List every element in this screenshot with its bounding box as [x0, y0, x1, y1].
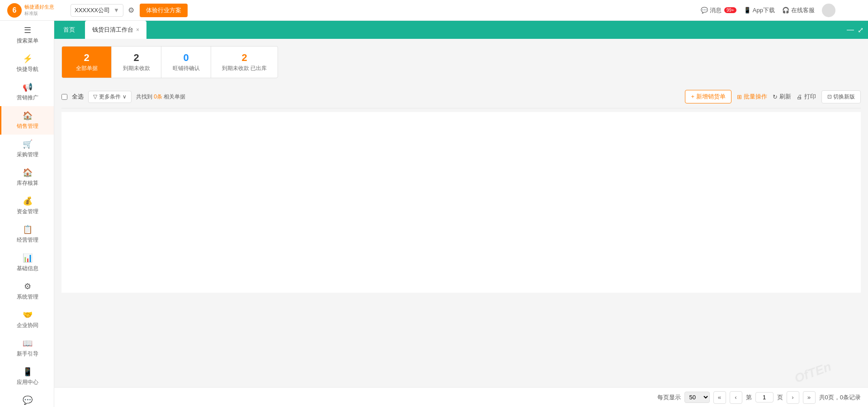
switch-version-btn[interactable]: ⊡ 切换新版 [821, 90, 861, 103]
message-label: 消息 [710, 6, 722, 14]
page-input[interactable] [755, 392, 774, 402]
stat-shipped-label: 到期未收款 已出库 [222, 65, 267, 72]
sidebar-label-finance: 资金管理 [17, 208, 38, 215]
first-page-btn[interactable]: « [713, 391, 726, 404]
filter-label: 更多条件 [99, 93, 121, 101]
print-label: 打印 [804, 93, 816, 101]
sidebar-label-search-menu: 搜索菜单 [17, 37, 38, 45]
sidebar-item-base-info[interactable]: 📊 基础信息 [0, 248, 54, 277]
stat-wangpu[interactable]: 0 旺铺待确认 [161, 47, 211, 78]
logo-area: 6 畅捷通好生意 标准版 [7, 3, 61, 18]
tab-bar-actions: — ⤢ [847, 26, 868, 34]
sidebar-item-finance[interactable]: 💰 资金管理 [0, 192, 54, 220]
toolbar-left: 全选 ▽ 更多条件 ∨ 共找到 0条 相关单据 [61, 91, 185, 103]
top-header: 6 畅捷通好生意 标准版 XXXXXX公司 ▼ ⚙ 体验行业方案 💬 消息 99… [0, 0, 868, 21]
sidebar-icon-base-info: 📊 [23, 253, 33, 263]
header-right: 💬 消息 99+ 📱 App下载 🎧 在线客服 [701, 4, 861, 17]
toolbar-right: + 新增销货单 ⊞ 批量操作 ↻ 刷新 🖨 打印 ⊡ [685, 90, 861, 103]
sidebar-icon-marketing: 📢 [23, 82, 33, 92]
app-download-label: App下载 [753, 6, 775, 14]
avatar[interactable] [822, 4, 835, 17]
tab-home[interactable]: 首页 [54, 21, 84, 39]
per-page-label: 每页显示 [657, 393, 681, 402]
next-page-btn[interactable]: › [787, 391, 799, 404]
sidebar-item-marketing[interactable]: 📢 营销推广 [0, 78, 54, 106]
select-all-checkbox[interactable] [61, 94, 67, 100]
company-name: XXXXXX公司 [75, 6, 110, 14]
app-version: 标准版 [24, 10, 54, 17]
sidebar-label-operation: 经营管理 [17, 236, 38, 244]
sidebar-icon-sales: 🏠 [23, 111, 33, 121]
batch-action-btn[interactable]: ⊞ 批量操作 [737, 93, 767, 101]
close-icon[interactable]: × [136, 27, 139, 33]
table-area [61, 112, 861, 293]
sidebar-item-app-center[interactable]: 📱 应用中心 [0, 362, 54, 391]
online-service-label: 在线客服 [791, 6, 815, 14]
sidebar-icon-enterprise-wechat: 💬 [23, 395, 33, 405]
select-all-label: 全选 [72, 93, 84, 101]
stat-overdue[interactable]: 2 到期未收款 [112, 47, 161, 78]
sidebar-label-sales: 销售管理 [17, 122, 38, 130]
app-name: 畅捷通好生意 [24, 4, 54, 10]
settings-icon[interactable]: ⚙ [128, 6, 134, 14]
minimize-icon[interactable]: — [847, 26, 854, 34]
sidebar-item-cooperation[interactable]: 🤝 企业协同 [0, 305, 54, 334]
sidebar-icon-finance: 💰 [23, 196, 33, 206]
new-order-btn[interactable]: + 新增销货单 [685, 90, 731, 103]
sidebar: ☰ 搜索菜单 ⚡ 快捷导航 📢 营销推广 🏠 销售管理 🛒 采购管理 🏠 库存核… [0, 21, 54, 407]
chevron-icon: ∨ [123, 94, 127, 100]
sidebar-icon-operation: 📋 [23, 225, 33, 234]
service-icon: 🎧 [782, 7, 789, 14]
tab-label: 钱货日清工作台 [92, 26, 133, 34]
stat-shipped[interactable]: 2 到期未收款 已出库 [211, 47, 278, 78]
logo-icon: 6 [7, 3, 22, 18]
print-btn[interactable]: 🖨 打印 [797, 93, 816, 101]
online-service-action[interactable]: 🎧 在线客服 [782, 6, 815, 14]
sidebar-icon-cooperation: 🤝 [23, 310, 33, 320]
sidebar-label-guide: 新手引导 [17, 350, 38, 358]
page-label: 第 [746, 393, 752, 402]
found-text: 共找到 0条 相关单据 [136, 93, 185, 101]
sidebar-icon-quick-nav: ⚡ [23, 54, 33, 64]
refresh-btn[interactable]: ↻ 刷新 [773, 93, 791, 101]
filter-btn[interactable]: ▽ 更多条件 ∨ [88, 91, 132, 103]
sidebar-item-sales[interactable]: 🏠 销售管理 [0, 106, 54, 135]
last-page-btn[interactable]: » [803, 391, 816, 404]
sidebar-item-guide[interactable]: 📖 新手引导 [0, 334, 54, 362]
sidebar-label-quick-nav: 快捷导航 [17, 65, 38, 73]
company-selector[interactable]: XXXXXX公司 ▼ [71, 4, 123, 17]
download-icon: 📱 [744, 7, 751, 14]
per-page-select[interactable]: 50 100 200 [684, 392, 710, 403]
sidebar-label-system: 系统管理 [17, 293, 38, 301]
stat-all[interactable]: 2 全部单据 [62, 47, 112, 78]
industry-btn[interactable]: 体验行业方案 [140, 4, 188, 17]
user-name[interactable] [843, 4, 861, 17]
sidebar-item-operation[interactable]: 📋 经营管理 [0, 220, 54, 248]
switch-icon: ⊡ [827, 94, 832, 100]
sidebar-item-purchase[interactable]: 🛒 采购管理 [0, 135, 54, 163]
prev-page-btn[interactable]: ‹ [730, 391, 742, 404]
maximize-icon[interactable]: ⤢ [858, 26, 863, 34]
sidebar-item-search-menu[interactable]: ☰ 搜索菜单 [0, 21, 54, 49]
message-badge: 99+ [724, 7, 736, 13]
footer: 每页显示 50 100 200 « ‹ 第 页 › » 共0页，0条记录 [54, 387, 868, 407]
switch-label: 切换新版 [833, 94, 855, 100]
stat-wangpu-label: 旺铺待确认 [172, 65, 200, 72]
app-download-action[interactable]: 📱 App下载 [744, 6, 775, 14]
tab-active[interactable]: 钱货日清工作台 × [85, 21, 146, 39]
stats-row: 2 全部单据 2 到期未收款 0 旺铺待确认 2 到期未收款 已出库 [61, 46, 278, 78]
batch-icon: ⊞ [737, 94, 742, 100]
sidebar-item-quick-nav[interactable]: ⚡ 快捷导航 [0, 49, 54, 78]
sidebar-item-inventory[interactable]: 🏠 库存核算 [0, 163, 54, 192]
sidebar-label-cooperation: 企业协同 [17, 322, 38, 329]
sidebar-icon-purchase: 🛒 [23, 139, 33, 149]
refresh-icon: ↻ [773, 94, 778, 100]
sidebar-item-enterprise-wechat[interactable]: 💬 企业微信 [0, 391, 54, 407]
message-action[interactable]: 💬 消息 99+ [701, 6, 736, 14]
found-count: 0条 [154, 94, 162, 100]
layout: ☰ 搜索菜单 ⚡ 快捷导航 📢 营销推广 🏠 销售管理 🛒 采购管理 🏠 库存核… [0, 21, 868, 407]
sidebar-icon-app-center: 📱 [23, 367, 33, 377]
sidebar-label-base-info: 基础信息 [17, 265, 38, 272]
sidebar-item-system[interactable]: ⚙ 系统管理 [0, 277, 54, 305]
toolbar: 全选 ▽ 更多条件 ∨ 共找到 0条 相关单据 + 新增销货单 ⊞ [61, 85, 861, 108]
